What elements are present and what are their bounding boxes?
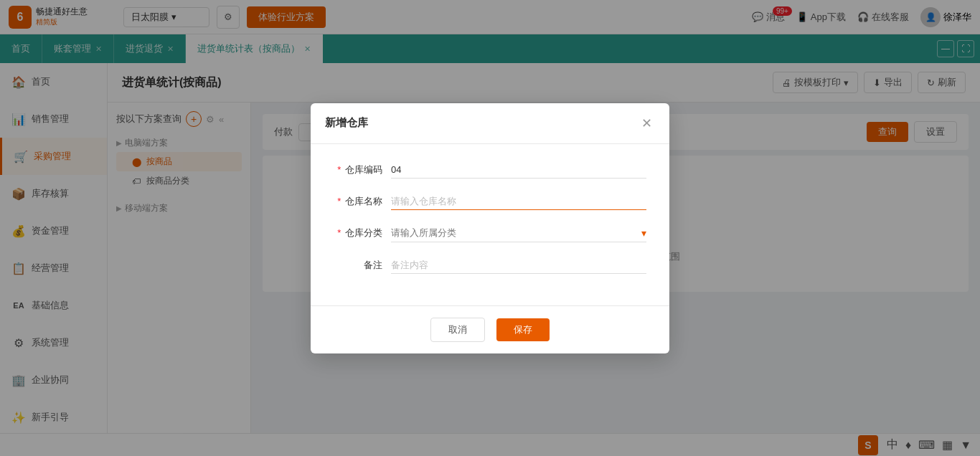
modal-close-button[interactable]: ✕ — [638, 115, 655, 132]
category-label: * 仓库分类 — [334, 227, 391, 239]
modal-body: * 仓库编码 * 仓库名称 * 仓库分类 ▾ — [311, 144, 669, 305]
code-input[interactable] — [391, 161, 646, 179]
code-label: * 仓库编码 — [334, 163, 391, 176]
name-input[interactable] — [391, 193, 646, 210]
form-row-code: * 仓库编码 — [334, 161, 646, 179]
form-row-name: * 仓库名称 — [334, 193, 646, 210]
modal-footer: 取消 保存 — [311, 305, 669, 353]
category-select[interactable]: ▾ — [391, 224, 646, 242]
form-row-category: * 仓库分类 ▾ — [334, 224, 646, 242]
note-label: 备注 — [334, 259, 391, 272]
cancel-button[interactable]: 取消 — [430, 318, 485, 342]
category-input[interactable] — [391, 227, 641, 238]
add-warehouse-modal: 新增仓库 ✕ * 仓库编码 * 仓库名称 * — [311, 103, 669, 353]
modal-overlay: 新增仓库 ✕ * 仓库编码 * 仓库名称 * — [0, 0, 980, 456]
modal-header: 新增仓库 ✕ — [311, 103, 669, 144]
category-chevron-icon[interactable]: ▾ — [641, 227, 646, 239]
form-row-note: 备注 — [334, 257, 646, 274]
name-label: * 仓库名称 — [334, 195, 391, 208]
save-button[interactable]: 保存 — [496, 318, 550, 341]
note-input[interactable] — [391, 257, 646, 274]
modal-title: 新增仓库 — [325, 116, 368, 130]
